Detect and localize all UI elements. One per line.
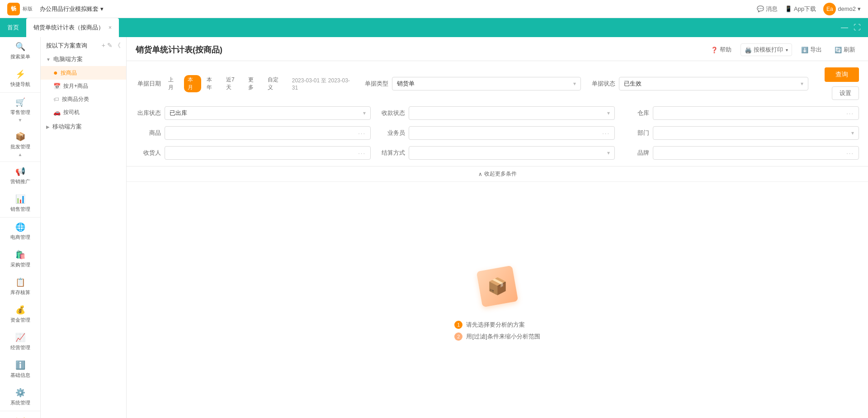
- sidebar-item-marketing[interactable]: 📢 营销推广: [0, 162, 40, 190]
- by-category-label: 按商品分类: [62, 95, 89, 103]
- date-tab-thismonth[interactable]: 本月: [184, 75, 202, 92]
- date-selector: 上月 本月 本年 近7天 更多 自定义 2023-03-01 至 2023-03…: [165, 75, 354, 92]
- dept-input[interactable]: ▾: [653, 126, 859, 140]
- sidebar-item-ops[interactable]: 📈 经营管理: [0, 328, 40, 356]
- edit-scheme-button[interactable]: ✎: [107, 42, 113, 50]
- warehouse-input[interactable]: ···: [653, 106, 859, 120]
- sidebar-item-basic[interactable]: ℹ️ 基础信息: [0, 356, 40, 383]
- docstatus-input[interactable]: 已生效 ▾: [619, 77, 808, 90]
- tab-minimize-button[interactable]: —: [839, 22, 850, 33]
- filter-item-dept: 部门 ▾: [624, 126, 859, 140]
- brand-input[interactable]: ···: [653, 146, 859, 160]
- ecom-icon: 🌐: [15, 222, 25, 232]
- by-machine-label: 按司机: [63, 109, 80, 116]
- tab-active[interactable]: 销货单统计计表（按商品） ×: [26, 18, 119, 37]
- tree-item-by-month-product[interactable]: 📅 按月+商品: [41, 80, 126, 93]
- sidebar-item-finance[interactable]: 💰 资金管理: [0, 300, 40, 328]
- collapse-bar[interactable]: ∧ 收起更多条件: [127, 166, 868, 182]
- doctype-input[interactable]: 销货单 ▾: [392, 77, 581, 90]
- left-panel: 按以下方案查询 + ✎ 《 ▼ 电脑端方案 ● 按商品 📅 按月+商品: [41, 37, 127, 418]
- app-selector-dropdown-icon: ▾: [100, 5, 104, 12]
- app-selector[interactable]: 办公用品行业模拟账套 ▾: [36, 3, 107, 15]
- app-name: 办公用品行业模拟账套: [40, 5, 99, 13]
- consignee-dots: ···: [358, 150, 366, 157]
- filter-item-salesperson: 业务员 ···: [380, 126, 615, 140]
- tree-item-by-category[interactable]: 🏷 按商品分类: [41, 93, 126, 106]
- sidebar-item-search[interactable]: 🔍 搜索菜单: [0, 37, 40, 65]
- salesperson-label: 业务员: [380, 129, 405, 137]
- message-button[interactable]: 💬 消息: [757, 5, 778, 13]
- date-tab-custom[interactable]: 自定义: [264, 75, 287, 92]
- filter-item-goods: 商品 ···: [136, 126, 371, 140]
- user-menu[interactable]: Ea demo2 ▾: [823, 3, 861, 15]
- tree-item-by-product[interactable]: ● 按商品: [41, 66, 126, 80]
- filter-area: 单据日期 上月 本月 本年 近7天 更多 自定义 2023-03-01 至 20…: [127, 61, 868, 166]
- goods-input[interactable]: ···: [165, 126, 371, 140]
- consignee-input[interactable]: ···: [165, 146, 371, 160]
- tree-item-by-machine[interactable]: 🚗 按司机: [41, 106, 126, 119]
- warehouse-dots: ···: [846, 110, 854, 117]
- tree-group-mobile-header[interactable]: ▶ 移动端方案: [41, 120, 126, 133]
- tree-group-mobile-arrow: ▶: [46, 124, 50, 129]
- tab-close-button[interactable]: ×: [108, 24, 112, 31]
- tree-group-pc-header[interactable]: ▼ 电脑端方案: [41, 52, 126, 66]
- settlement-input[interactable]: ▾: [409, 146, 615, 160]
- tab-maximize-button[interactable]: ⛶: [852, 22, 863, 33]
- user-dropdown-icon: ▾: [858, 5, 861, 12]
- sidebar-item-retail[interactable]: 🛒 零售管理 ▼: [0, 93, 40, 127]
- outstatus-input[interactable]: 已出库 ▾: [165, 106, 371, 120]
- export-button[interactable]: ⬇️ 导出: [797, 44, 826, 56]
- collapse-panel-button[interactable]: 《: [114, 42, 121, 50]
- refresh-icon: 🔄: [835, 47, 842, 53]
- date-tab-thisyear[interactable]: 本年: [203, 75, 221, 92]
- paymentstatus-input[interactable]: ▾: [409, 106, 615, 120]
- sidebar-item-wholesale[interactable]: 📦 批发管理 ▲: [0, 127, 40, 162]
- app-download-button[interactable]: 📱 App下载: [785, 5, 816, 13]
- filter-item-outstatus: 出库状态 已出库 ▾: [136, 106, 371, 120]
- collapse-label: 收起更多条件: [484, 170, 517, 178]
- help-label: 帮助: [720, 46, 731, 54]
- help-button[interactable]: ❓ 帮助: [707, 44, 735, 56]
- tree-group-pc-label: 电脑端方案: [53, 55, 83, 63]
- empty-tip-1: 1 请先选择要分析的方案: [454, 321, 540, 329]
- salesperson-input[interactable]: ···: [409, 126, 615, 140]
- date-tab-lastmonth[interactable]: 上月: [165, 75, 182, 92]
- refresh-button[interactable]: 🔄 刷新: [831, 44, 859, 56]
- sidebar-item-coop[interactable]: 🤝 企业协同: [0, 411, 40, 418]
- paymentstatus-label: 收款状态: [380, 109, 405, 117]
- settings-button[interactable]: 设置: [832, 86, 859, 100]
- sidebar-item-stock[interactable]: 📋 库存核算: [0, 273, 40, 300]
- add-scheme-button[interactable]: +: [102, 42, 105, 50]
- sales-icon: 📊: [15, 194, 25, 204]
- tree-group-pc-arrow: ▼: [46, 57, 51, 62]
- sidebar-item-system[interactable]: ⚙️ 系统管理: [0, 383, 40, 411]
- sidebar-item-ecom[interactable]: 🌐 电商管理: [0, 218, 40, 245]
- outstatus-label: 出库状态: [136, 109, 161, 117]
- tab-home[interactable]: 首页: [0, 18, 26, 37]
- main-layout: 🔍 搜索菜单 ⚡ 快捷导航 🛒 零售管理 ▼ 📦 批发管理 ▲ 📢: [0, 37, 868, 418]
- date-tab-more[interactable]: 更多: [245, 75, 262, 92]
- retail-expand-icon: ▼: [18, 118, 23, 123]
- docstatus-value: 已生效: [624, 80, 642, 88]
- date-tab-7days[interactable]: 近7天: [222, 75, 243, 92]
- print-label: 按模板打印: [754, 46, 783, 54]
- print-button[interactable]: 🖨️ 按模板打印 ▾: [741, 43, 792, 56]
- filter-item-doctype: 单据类型 销货单 ▾: [363, 77, 581, 90]
- left-panel-header: 按以下方案查询 + ✎ 《: [41, 37, 126, 52]
- sidebar-item-purchase[interactable]: 🛍️ 采购管理: [0, 245, 40, 273]
- sidebar-item-quick[interactable]: ⚡ 快捷导航: [0, 65, 40, 92]
- wholesale-expand-icon: ▲: [18, 152, 23, 157]
- marketing-icon: 📢: [15, 166, 25, 176]
- sidebar: 🔍 搜索菜单 ⚡ 快捷导航 🛒 零售管理 ▼ 📦 批发管理 ▲ 📢: [0, 37, 41, 418]
- by-machine-icon: 🚗: [53, 109, 61, 116]
- tree-section: ▼ 电脑端方案 ● 按商品 📅 按月+商品 🏷 按商品分类 🚗 按司机: [41, 52, 126, 133]
- settlement-label: 结算方式: [380, 149, 405, 157]
- by-product-icon: ●: [53, 69, 58, 77]
- export-icon: ⬇️: [801, 47, 808, 53]
- retail-icon: 🛒: [15, 97, 25, 107]
- left-panel-title: 按以下方案查询: [46, 42, 87, 50]
- wholesale-icon: 📦: [15, 132, 25, 142]
- sidebar-item-sales[interactable]: 📊 销售管理: [0, 190, 40, 217]
- sidebar-section-ecom: 🌐 电商管理 🛍️ 采购管理 📋 库存核算 💰 资金管理 📈 经营管理 ℹ️: [0, 218, 40, 411]
- query-button[interactable]: 查询: [825, 67, 859, 82]
